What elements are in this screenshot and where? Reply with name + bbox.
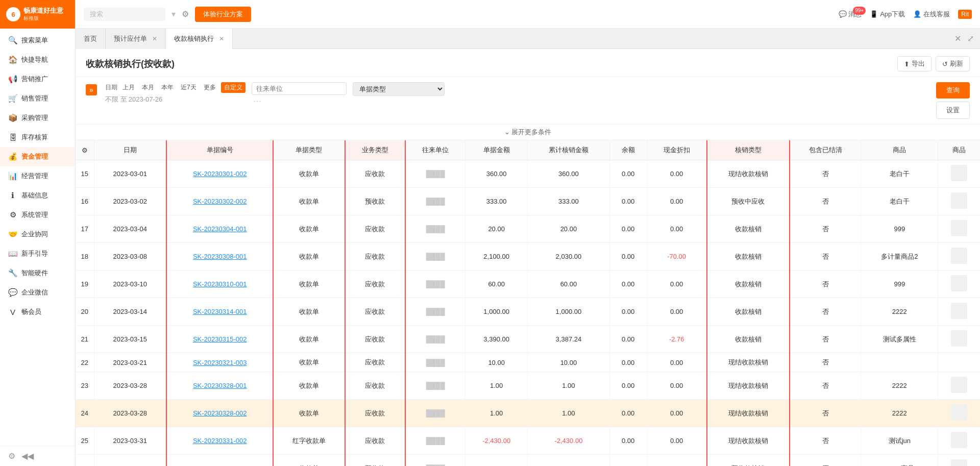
- bill-no-link[interactable]: SK-20230328-002: [193, 409, 247, 417]
- tab-home[interactable]: 首页: [76, 29, 106, 49]
- message-button[interactable]: 💬 消息 99+: [839, 10, 862, 19]
- settings-icon[interactable]: ⚙: [8, 451, 15, 461]
- query-button[interactable]: 查询: [936, 82, 970, 99]
- sidebar-item-sales[interactable]: 🛒销售管理: [0, 89, 75, 108]
- online-service-button[interactable]: 👤 在线客服: [913, 10, 950, 19]
- col-header-goods[interactable]: 商品: [861, 140, 938, 160]
- sidebar-item-guide[interactable]: 📖新手引导: [0, 244, 75, 263]
- sidebar-item-operations[interactable]: 📊经营管理: [0, 166, 75, 186]
- col-header-amount[interactable]: 单据金额: [465, 140, 528, 160]
- cell-balance: 0.00: [609, 455, 647, 467]
- goods-thumbnail: [951, 330, 967, 347]
- sidebar-item-system[interactable]: ⚙系统管理: [0, 205, 75, 225]
- bill-type-select[interactable]: 单据类型: [353, 82, 445, 96]
- sidebar-item-finance[interactable]: 💰资金管理: [0, 147, 75, 166]
- expand-more-icon: ⌄: [504, 128, 510, 136]
- tab-payable-close[interactable]: ✕: [152, 35, 157, 42]
- date-btn-7days[interactable]: 近7天: [179, 82, 199, 93]
- sidebar-item-member[interactable]: V畅会员: [0, 302, 75, 322]
- collapse-icon[interactable]: ◀◀: [21, 451, 34, 461]
- cell-bill-no[interactable]: SK-20230403-002: [166, 455, 273, 467]
- col-header-verified[interactable]: 累计核销金额: [528, 140, 610, 160]
- cell-bill-no[interactable]: SK-20230331-002: [166, 427, 273, 455]
- bill-no-link[interactable]: SK-20230310-001: [193, 280, 247, 288]
- export-button[interactable]: ⬆ 导出: [897, 56, 932, 71]
- user-avatar[interactable]: Rit: [958, 10, 972, 19]
- cell-bill-no[interactable]: SK-20230308-001: [166, 243, 273, 271]
- bill-no-link[interactable]: SK-20230321-003: [193, 359, 247, 366]
- col-header-date[interactable]: 日期: [94, 140, 166, 160]
- expand-more-bar[interactable]: ⌄ 展开更多条件: [76, 125, 980, 140]
- settings-button[interactable]: 设置: [936, 102, 970, 119]
- bill-no-link[interactable]: SK-20230331-002: [193, 437, 247, 445]
- col-header-include-settled[interactable]: 包含已结清: [790, 140, 861, 160]
- bill-no-link[interactable]: SK-20230314-001: [193, 308, 247, 315]
- col-header-bill-no[interactable]: 单据编号: [166, 140, 273, 160]
- bill-no-link[interactable]: SK-20230315-002: [193, 335, 247, 343]
- topbar-gear-icon[interactable]: ⚙: [182, 9, 189, 19]
- sidebar-bottom[interactable]: ⚙ ◀◀: [0, 446, 75, 466]
- bill-no-link[interactable]: SK-20230308-001: [193, 253, 247, 260]
- sidebar-item-hardware[interactable]: 🔧智能硬件: [0, 263, 75, 283]
- col-header-balance[interactable]: 余额: [609, 140, 647, 160]
- col-header-verify-type[interactable]: 核销类型: [707, 140, 790, 160]
- sidebar-item-collab[interactable]: 🤝企业协同: [0, 225, 75, 244]
- sidebar-item-search[interactable]: 🔍搜索菜单: [0, 31, 75, 50]
- partner-input[interactable]: [252, 82, 347, 95]
- tab-maximize-button[interactable]: ⤢: [965, 32, 976, 45]
- logo-text: 畅康道好生意: [23, 7, 63, 15]
- cell-bill-no[interactable]: SK-20230328-001: [166, 372, 273, 400]
- refresh-button[interactable]: ↺ 刷新: [936, 56, 970, 71]
- date-btn-custom[interactable]: 自定义: [221, 82, 246, 93]
- cell-bill-no[interactable]: SK-20230304-001: [166, 215, 273, 243]
- tab-verify-close[interactable]: ✕: [219, 35, 224, 42]
- cell-balance: 0.00: [609, 372, 647, 400]
- filter-toggle-button[interactable]: »: [86, 84, 97, 95]
- col-header-cash-discount[interactable]: 现金折扣: [647, 140, 707, 160]
- sidebar-item-purchase[interactable]: 📦采购管理: [0, 108, 75, 128]
- cell-bill-no[interactable]: SK-20230321-003: [166, 353, 273, 372]
- bill-no-link[interactable]: SK-20230304-001: [193, 225, 247, 233]
- cell-bill-no[interactable]: SK-20230301-002: [166, 160, 273, 188]
- tab-verify[interactable]: 收款核销执行 ✕: [166, 29, 233, 49]
- sidebar-item-inventory[interactable]: 🗄库存核算: [0, 128, 75, 147]
- date-btn-last-month[interactable]: 上月: [120, 82, 137, 93]
- cell-date: 2023-03-28: [94, 372, 166, 400]
- solution-button[interactable]: 体验行业方案: [195, 7, 251, 22]
- tab-payable[interactable]: 预计应付单 ✕: [106, 29, 166, 49]
- cell-partner: ████: [405, 372, 465, 400]
- app-download-button[interactable]: 📱 App下载: [870, 10, 905, 19]
- date-btn-this-year[interactable]: 本年: [159, 82, 176, 93]
- cell-goods: 测试多属性: [861, 326, 938, 353]
- sidebar-item-marketing[interactable]: 📢营销推广: [0, 69, 75, 89]
- cell-include-settled: 否: [790, 400, 861, 427]
- cell-bill-no[interactable]: SK-20230310-001: [166, 271, 273, 298]
- bill-no-link[interactable]: SK-20230328-001: [193, 382, 247, 389]
- sidebar-menu: 🔍搜索菜单🏠快捷导航📢营销推广🛒销售管理📦采购管理🗄库存核算💰资金管理📊经营管理…: [0, 29, 75, 446]
- sidebar-item-shortcut[interactable]: 🏠快捷导航: [0, 50, 75, 69]
- col-header-biz-type[interactable]: 业务类型: [345, 140, 405, 160]
- tab-close-all-button[interactable]: ✕: [952, 32, 963, 45]
- col-header-partner[interactable]: 往来单位: [405, 140, 465, 160]
- col-header-settings[interactable]: ⚙: [76, 140, 94, 160]
- col-header-goods-thumb[interactable]: 商品: [938, 140, 980, 160]
- goods-thumbnail: [951, 303, 967, 319]
- topbar-dropdown-icon[interactable]: ▾: [172, 9, 176, 19]
- sidebar-item-wechat[interactable]: 💬企业微信: [0, 283, 75, 302]
- finance-icon: 💰: [8, 152, 17, 161]
- cell-bill-no[interactable]: SK-20230302-002: [166, 188, 273, 215]
- sidebar-item-basic[interactable]: ℹ基础信息: [0, 186, 75, 205]
- cell-partner: ████: [405, 215, 465, 243]
- table-row: 19 2023-03-10 SK-20230310-001 收款单 应收款 ██…: [76, 271, 980, 298]
- cell-bill-no[interactable]: SK-20230315-002: [166, 326, 273, 353]
- bill-no-link[interactable]: SK-20230302-002: [193, 198, 247, 205]
- col-settings-icon[interactable]: ⚙: [82, 146, 88, 154]
- bill-no-link[interactable]: SK-20230301-002: [193, 170, 247, 178]
- date-btn-this-month[interactable]: 本月: [140, 82, 156, 93]
- cell-bill-no[interactable]: SK-20230314-001: [166, 298, 273, 326]
- col-header-bill-type[interactable]: 单据类型: [273, 140, 345, 160]
- date-btn-more[interactable]: 更多: [202, 82, 218, 93]
- main-table: ⚙ 日期 单据编号 单据类型 业务类型 往来单位 单据金额 累计核销金额 余额 …: [76, 140, 980, 466]
- cell-goods: 2222: [861, 372, 938, 400]
- cell-bill-no[interactable]: SK-20230328-002: [166, 400, 273, 427]
